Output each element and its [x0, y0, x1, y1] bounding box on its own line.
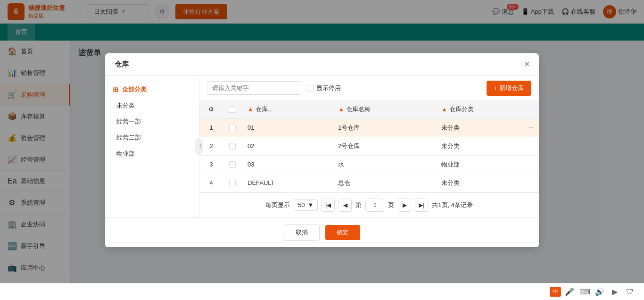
th-code: ▲ 仓库...: [242, 100, 332, 119]
table-header-row: ⚙ ▲ 仓库...: [199, 100, 539, 119]
sort-icon: ▲: [248, 106, 254, 113]
row-code: 01: [242, 118, 332, 137]
row-checkbox-cell[interactable]: [223, 118, 242, 137]
category-item-3[interactable]: 物业部: [105, 146, 199, 162]
per-page-label: 每页显示: [265, 201, 290, 209]
table-toolbar: 🔍 显示停用 + 新增仓库: [199, 76, 539, 100]
row-name: 2号仓库: [332, 137, 436, 155]
sort-icon2: ▲: [338, 106, 344, 113]
first-page-icon: |◀: [325, 202, 331, 208]
th-settings: ⚙: [199, 100, 223, 119]
modal-header: 仓库 ×: [105, 53, 539, 76]
page-label: 第: [355, 201, 362, 209]
row-checkbox[interactable]: [229, 125, 236, 131]
modal-footer: 取消 确定: [105, 217, 539, 247]
table-row[interactable]: 1 01 1号仓库 未分类···: [199, 118, 539, 137]
row-code: 03: [242, 155, 332, 174]
search-icon[interactable]: 🔍: [296, 82, 301, 94]
row-category: 未分类: [436, 174, 539, 192]
modal-body: ⊞ 全部分类 未分类 经营一部 经营二部 物业部 《: [105, 76, 539, 217]
category-all-button[interactable]: ⊞ 全部分类: [105, 82, 199, 98]
data-table: ⚙ ▲ 仓库...: [199, 100, 539, 192]
category-item-1[interactable]: 经营一部: [105, 114, 199, 130]
mic-icon[interactable]: 🎤: [563, 285, 576, 299]
row-checkbox[interactable]: [229, 161, 236, 168]
grid-icon: ⊞: [113, 86, 118, 93]
modal-title: 仓库: [115, 60, 129, 69]
select-all-checkbox[interactable]: [229, 106, 235, 113]
ime-indicator[interactable]: 中: [550, 287, 561, 297]
total-info: 共1页, 4条记录: [432, 201, 473, 209]
next-page-button[interactable]: ▶: [398, 199, 411, 212]
row-name: 水: [332, 155, 436, 174]
prev-page-button[interactable]: ◀: [339, 199, 352, 212]
row-checkbox[interactable]: [229, 143, 236, 150]
prev-page-icon: ◀: [343, 202, 347, 208]
search-box[interactable]: 🔍: [207, 81, 301, 95]
bottom-bar: 中 🎤 ⌨ 🔊 ▶ 🛡: [0, 283, 644, 300]
first-page-button[interactable]: |◀: [322, 199, 335, 212]
last-page-icon: ▶|: [419, 202, 424, 208]
warehouse-modal: 仓库 × ⊞ 全部分类 未分类 经营一部 经营二部: [105, 53, 539, 247]
row-category: 物业部: [436, 155, 539, 174]
next-page-icon: ▶: [403, 202, 407, 208]
row-name: 总仓: [332, 174, 436, 192]
column-settings-icon[interactable]: ⚙: [208, 106, 214, 113]
th-checkbox: [223, 100, 242, 119]
play-icon[interactable]: ▶: [608, 285, 621, 299]
table-row[interactable]: 4 DEFAULT 总仓 未分类: [199, 174, 539, 192]
confirm-button[interactable]: 确定: [325, 225, 360, 240]
row-code: 02: [242, 137, 332, 155]
th-name: ▲ 仓库名称: [332, 100, 436, 119]
row-category: 未分类: [436, 137, 539, 155]
add-warehouse-button[interactable]: + 新增仓库: [487, 81, 531, 96]
speaker-icon[interactable]: 🔊: [593, 285, 606, 299]
row-name: 1号仓库: [332, 118, 436, 137]
row-checkbox-cell[interactable]: [223, 174, 242, 192]
row-num: 2: [199, 137, 223, 155]
cancel-button[interactable]: 取消: [284, 225, 320, 241]
row-checkbox-cell[interactable]: [223, 137, 242, 155]
row-num: 3: [199, 155, 223, 174]
page-size-select[interactable]: 50 ▼: [294, 199, 318, 211]
warehouse-table: ⚙ ▲ 仓库...: [199, 100, 539, 192]
page-number-input[interactable]: [365, 199, 384, 212]
row-actions-icon[interactable]: ···: [528, 124, 533, 131]
sort-icon3: ▲: [441, 106, 447, 113]
category-panel: ⊞ 全部分类 未分类 经营一部 经营二部 物业部 《: [105, 76, 199, 217]
sort-category-button[interactable]: ▲ 仓库分类: [441, 105, 474, 114]
modal-overlay: 仓库 × ⊞ 全部分类 未分类 经营一部 经营二部: [0, 0, 644, 300]
show-disabled-label: 显示停用: [316, 84, 341, 92]
table-row[interactable]: 3 03 水 物业部: [199, 155, 539, 174]
row-code: DEFAULT: [242, 174, 332, 192]
sort-name-button[interactable]: ▲ 仓库名称: [338, 105, 371, 114]
show-disabled-toggle[interactable]: 显示停用: [307, 84, 341, 92]
bottom-icons: 中 🎤 ⌨ 🔊 ▶ 🛡: [550, 285, 636, 299]
page-suffix: 页: [388, 201, 394, 209]
row-checkbox-cell[interactable]: [223, 155, 242, 174]
shield-icon[interactable]: 🛡: [623, 285, 636, 299]
search-input[interactable]: [207, 82, 296, 94]
keyboard-icon[interactable]: ⌨: [578, 285, 591, 299]
th-category: ▲ 仓库分类: [436, 100, 539, 119]
category-item-2[interactable]: 经营二部: [105, 130, 199, 146]
category-all-label: 全部分类: [122, 85, 147, 94]
modal-close-button[interactable]: ×: [524, 60, 529, 68]
row-num: 1: [199, 118, 223, 137]
pagination: 每页显示 50 ▼ |◀ ◀ 第 页 ▶: [199, 192, 539, 217]
row-num: 4: [199, 174, 223, 192]
collapse-panel-button[interactable]: 《: [195, 138, 203, 155]
row-checkbox[interactable]: [229, 180, 236, 186]
chevron-down-icon: ▼: [307, 201, 314, 208]
last-page-button[interactable]: ▶|: [415, 199, 428, 212]
table-row[interactable]: 2 02 2号仓库 未分类: [199, 137, 539, 155]
chevron-left-icon: 《: [197, 143, 202, 150]
sort-code-button[interactable]: ▲ 仓库...: [248, 105, 273, 114]
category-item-0[interactable]: 未分类: [105, 98, 199, 114]
show-disabled-checkbox[interactable]: [307, 85, 314, 92]
table-panel: 🔍 显示停用 + 新增仓库 ⚙: [199, 76, 539, 217]
row-category: 未分类···: [436, 118, 539, 137]
